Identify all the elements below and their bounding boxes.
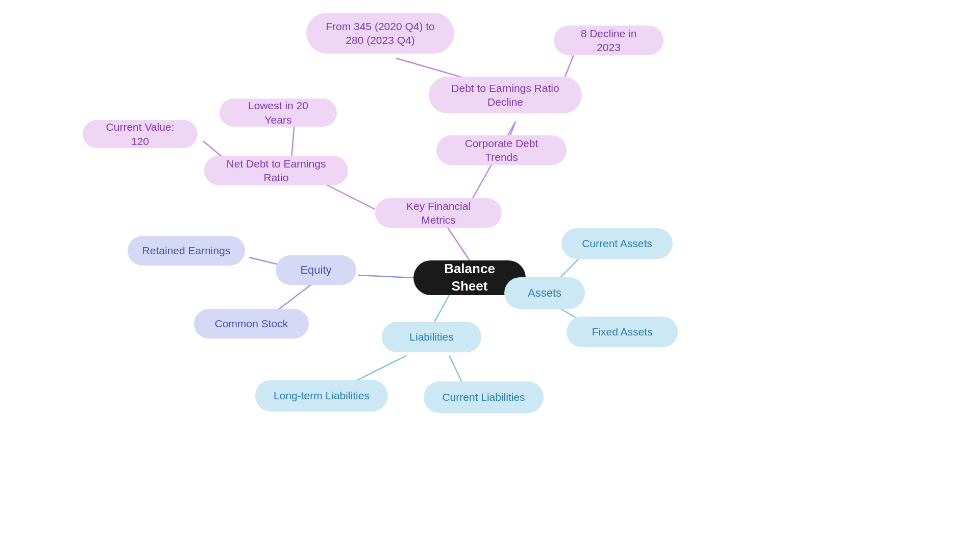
lowest-20-years-node[interactable]: Lowest in 20 Years — [219, 99, 337, 127]
from-345-to-280-node[interactable]: From 345 (2020 Q4) to 280 (2023 Q4) — [306, 13, 454, 54]
long-term-liabilities-node[interactable]: Long-term Liabilities — [255, 380, 388, 412]
equity-node[interactable]: Equity — [276, 255, 356, 285]
svg-line-14 — [432, 295, 449, 326]
fixed-assets-node[interactable]: Fixed Assets — [567, 317, 678, 347]
mind-map: Balance Sheet Key Financial Metrics Net … — [0, 0, 980, 553]
common-stock-node[interactable]: Common Stock — [194, 309, 309, 339]
current-value-node[interactable]: Current Value: 120 — [83, 120, 198, 148]
net-debt-ratio-node[interactable]: Net Debt to Earnings Ratio — [204, 156, 348, 185]
liabilities-node[interactable]: Liabilities — [382, 322, 481, 352]
key-financial-metrics-node[interactable]: Key Financial Metrics — [375, 198, 502, 228]
current-assets-node[interactable]: Current Assets — [561, 228, 673, 259]
debt-earnings-decline-node[interactable]: Debt to Earnings Ratio Decline — [429, 77, 582, 113]
retained-earnings-node[interactable]: Retained Earnings — [128, 236, 245, 266]
current-liabilities-node[interactable]: Current Liabilities — [424, 381, 544, 413]
assets-node[interactable]: Assets — [504, 277, 585, 309]
corporate-debt-node[interactable]: Corporate Debt Trends — [436, 135, 567, 165]
eight-decline-node[interactable]: 8 Decline in 2023 — [554, 26, 664, 55]
svg-line-8 — [358, 275, 413, 278]
